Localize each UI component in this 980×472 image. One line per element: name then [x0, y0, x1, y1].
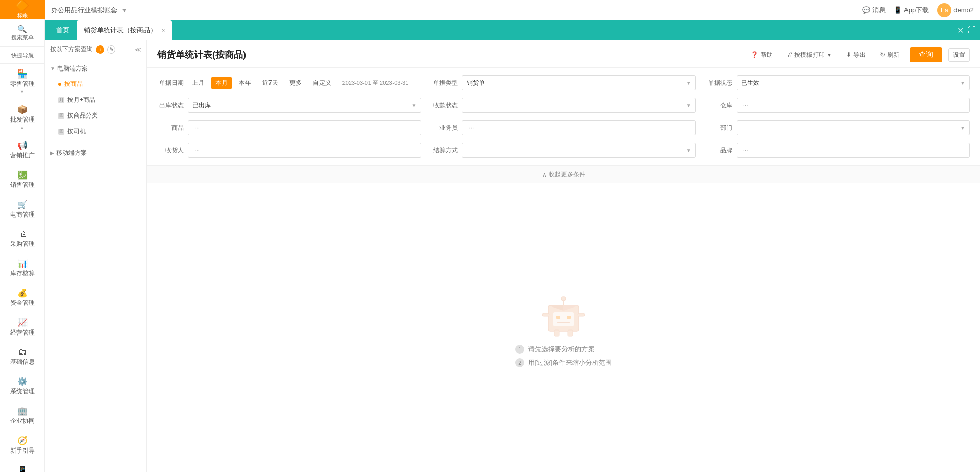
- plan-item-by-month-goods[interactable]: 月 按月+商品: [45, 92, 146, 108]
- sidebar-item-inventory[interactable]: 📊 库存核算: [0, 253, 44, 283]
- header-right: 💬 消息 📱 App下载 Ea demo2: [862, 3, 974, 17]
- warehouse-input[interactable]: ···: [737, 98, 970, 113]
- sidebar-item-enterprise[interactable]: 🏢 企业协同: [0, 401, 44, 431]
- warehouse-label: 仓库: [706, 101, 732, 110]
- goods-input[interactable]: ···: [188, 120, 421, 135]
- out-status-label: 出库状态: [157, 101, 184, 110]
- this-month-btn[interactable]: 本月: [211, 77, 232, 89]
- refresh-btn[interactable]: ↻ 刷新: [876, 49, 903, 61]
- wholesale-expand: ▲: [20, 125, 24, 130]
- collapse-left-panel-btn[interactable]: ≪: [135, 46, 141, 53]
- payment-status-filter-group: 收款状态 ▼: [431, 98, 695, 113]
- tab-bar-right: ✕ ⛶: [957, 26, 976, 35]
- export-btn[interactable]: ⬇ 导出: [842, 49, 870, 61]
- filter-row-3: 商品 ··· 业务员 ··· 部门: [157, 120, 970, 135]
- sidebar-quick-nav[interactable]: 快捷导航: [0, 47, 44, 64]
- close-window-btn[interactable]: ✕: [957, 26, 964, 35]
- left-panel: 按以下方案查询 + ✎ ≪ ▼ 电脑端方案 按商品: [45, 40, 147, 472]
- payment-method-select[interactable]: ▼: [462, 143, 695, 158]
- query-btn[interactable]: 查询: [910, 47, 942, 62]
- brand-input[interactable]: ···: [737, 143, 970, 158]
- enterprise-label: 企业协同: [10, 417, 35, 426]
- app-download-btn[interactable]: 📱 App下载: [894, 6, 929, 15]
- sidebar-item-guide[interactable]: 🧭 新手引导: [0, 431, 44, 460]
- print-btn[interactable]: 🖨 按模板打印 ▼: [783, 49, 836, 61]
- tab-home[interactable]: 首页: [49, 20, 77, 40]
- add-plan-btn[interactable]: +: [96, 45, 104, 54]
- svg-rect-3: [553, 312, 574, 326]
- tab-close-btn[interactable]: ×: [162, 27, 165, 33]
- settings-btn[interactable]: 设置: [948, 48, 970, 62]
- tab-bar: 首页 销货单统计表（按商品） × ✕ ⛶: [45, 20, 980, 40]
- workspace-arrow: ▼: [121, 7, 127, 13]
- last-7-days-btn[interactable]: 近7天: [258, 77, 282, 89]
- sidebar-item-retail[interactable]: 🏪 零售管理 ▼: [0, 64, 44, 100]
- desktop-plans-expand-icon: ▼: [50, 66, 55, 72]
- top-header: 办公用品行业模拟账套 ▼ 💬 消息 📱 App下载 Ea demo2: [45, 0, 980, 20]
- purchase-icon: 🛍: [18, 229, 27, 239]
- sidebar-item-operations[interactable]: 📈 经营管理: [0, 313, 44, 342]
- user-menu[interactable]: Ea demo2: [937, 3, 974, 17]
- plan-by-goods-label: 按商品: [64, 80, 83, 88]
- salesman-filter-group: 业务员 ···: [431, 120, 695, 135]
- payment-status-select[interactable]: ▼: [462, 98, 695, 113]
- department-select[interactable]: ▼: [737, 120, 970, 135]
- more-date-btn[interactable]: 更多: [285, 77, 306, 89]
- doc-status-select[interactable]: 已生效 ▼: [737, 75, 970, 90]
- guide-icon: 🧭: [17, 436, 28, 445]
- plan-item-by-driver[interactable]: 回 按司机: [45, 124, 146, 139]
- custom-date-btn[interactable]: 自定义: [309, 77, 335, 89]
- sidebar-item-sales[interactable]: 💹 销售管理: [0, 165, 44, 195]
- salesman-input[interactable]: ···: [462, 120, 695, 135]
- desktop-plans-title[interactable]: ▼ 电脑端方案: [45, 61, 146, 76]
- date-filter-group: 单据日期 上月 本月 本年 近7天 更多 自定义 2023-03-01 至 20…: [157, 77, 421, 89]
- svg-rect-4: [556, 316, 560, 319]
- doc-type-select[interactable]: 销货单 ▼: [462, 75, 695, 90]
- brand-dots-btn[interactable]: ···: [743, 147, 748, 154]
- filter-row-2: 出库状态 已出库 ▼ 收款状态 ▼ 仓库: [157, 98, 970, 113]
- edit-plan-btn[interactable]: ✎: [107, 45, 115, 54]
- receiver-dots-btn[interactable]: ···: [194, 147, 200, 154]
- sidebar-item-finance[interactable]: 💰 资金管理: [0, 283, 44, 313]
- out-status-select[interactable]: 已出库 ▼: [188, 98, 421, 113]
- tip-1-text: 请先选择要分析的方案: [528, 345, 595, 354]
- svg-rect-5: [567, 316, 571, 319]
- warehouse-dots-btn[interactable]: ···: [743, 102, 748, 109]
- sidebar-item-purchase[interactable]: 🛍 采购管理: [0, 224, 44, 253]
- mobile-plans-title[interactable]: ▶ 移动端方案: [45, 146, 146, 160]
- doc-status-value: 已生效: [741, 79, 960, 87]
- sidebar-search[interactable]: 🔍 搜索菜单: [0, 19, 44, 47]
- tip-2-text: 用[过滤]条件来缩小分析范围: [528, 358, 611, 367]
- sidebar-item-marketing[interactable]: 📢 营销推广: [0, 135, 44, 165]
- empty-tips: 1 请先选择要分析的方案 2 用[过滤]条件来缩小分析范围: [515, 345, 611, 367]
- date-label: 单据日期: [157, 79, 184, 87]
- tab-sales-report[interactable]: 销货单统计表（按商品） ×: [77, 20, 172, 40]
- sidebar-item-system[interactable]: ⚙️ 系统管理: [0, 371, 44, 401]
- goods-dots-btn[interactable]: ···: [194, 124, 200, 131]
- message-btn[interactable]: 💬 消息: [862, 6, 886, 15]
- quick-nav-label: 快捷导航: [11, 52, 34, 58]
- doc-type-value: 销货单: [467, 79, 685, 87]
- sidebar-item-basic[interactable]: 🗂 基础信息: [0, 342, 44, 371]
- receiver-input[interactable]: ···: [188, 143, 421, 158]
- maximize-window-btn[interactable]: ⛶: [968, 26, 976, 35]
- doc-status-dropdown-icon: ▼: [960, 80, 965, 86]
- sidebar-item-apps[interactable]: 📱 应用中心: [0, 460, 44, 472]
- left-panel-header: 按以下方案查询 + ✎ ≪: [45, 45, 146, 58]
- date-filter: 上月 本月 本年 近7天 更多 自定义 2023-03-01 至 2023-03…: [188, 77, 408, 89]
- salesman-dots-btn[interactable]: ···: [469, 124, 474, 131]
- doc-type-dropdown-icon: ▼: [686, 80, 691, 86]
- plan-item-by-goods[interactable]: 按商品: [45, 76, 146, 92]
- sidebar-item-ecommerce[interactable]: 🛒 电商管理: [0, 195, 44, 224]
- page-title-bar: 销货单统计表(按商品) ❓ 帮助 🖨 按模板打印 ▼ ⬇ 导出: [147, 40, 980, 68]
- page-title: 销货单统计表(按商品): [157, 49, 246, 61]
- help-btn[interactable]: ❓ 帮助: [747, 49, 777, 61]
- plan-by-month-goods-label: 按月+商品: [67, 96, 95, 104]
- plan-item-by-category[interactable]: 回 按商品分类: [45, 108, 146, 124]
- last-month-btn[interactable]: 上月: [188, 77, 208, 89]
- this-year-btn[interactable]: 本年: [235, 77, 255, 89]
- apps-icon: 📱: [17, 465, 28, 472]
- collapse-more-btn[interactable]: ∧ 收起更多条件: [147, 166, 980, 183]
- refresh-label: 刷新: [887, 51, 899, 59]
- sidebar-item-wholesale[interactable]: 📦 批发管理 ▲: [0, 100, 44, 135]
